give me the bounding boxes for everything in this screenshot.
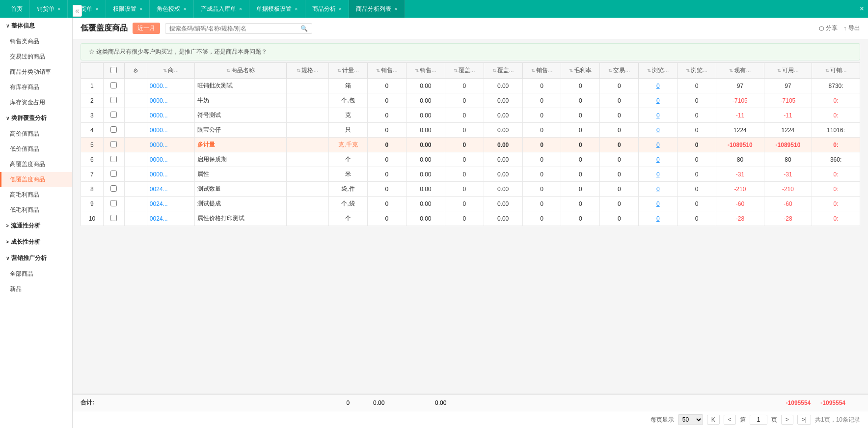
sidebar-section-coverage[interactable]: ∨ 类群覆盖分析 [0,110,72,126]
cell-avail: -60 [764,197,812,211]
row-checkbox[interactable] [110,112,117,118]
col-header-settings[interactable]: ⚙ [124,63,147,79]
next-page-button[interactable]: > [781,415,793,425]
row-checkbox[interactable] [110,82,117,88]
sidebar-item-low-value[interactable]: 低价值商品 [0,142,72,157]
close-icon[interactable]: × [95,6,98,12]
tab-role[interactable]: 角色授权 × [150,0,193,18]
cell-sales-amt: 0.00 [406,123,445,138]
browse-link[interactable]: 0 [656,127,660,134]
sidebar-item-sales-change-rate[interactable]: 商品分类动销率 [0,64,72,80]
close-icon[interactable]: × [339,6,342,12]
row-checkbox[interactable] [110,141,117,147]
search-input[interactable] [169,25,298,32]
row-checkbox[interactable] [110,97,117,103]
row-checkbox[interactable] [110,171,117,177]
cell-cover1: 0 [445,182,484,197]
cell-sales-amt: 0.00 [406,167,445,182]
sidebar-section-marketing[interactable]: ∨ 营销推广分析 [0,250,72,266]
cell-check[interactable] [103,79,124,93]
cell-cur: -60 [716,197,764,211]
prev-page-button[interactable]: < [724,415,736,425]
row-checkbox[interactable] [110,215,117,221]
sidebar-item-new-products[interactable]: 新品 [0,282,72,297]
cell-check[interactable] [103,182,124,197]
tab-template[interactable]: 单据模板设置 × [249,0,305,18]
sidebar-item-all-products[interactable]: 全部商品 [0,266,72,282]
close-icon[interactable]: × [239,6,242,12]
col-header-check[interactable] [103,63,124,79]
cell-check[interactable] [103,108,124,123]
browse-link[interactable]: 0 [656,156,660,163]
share-button[interactable]: ⬡ 分享 [819,24,838,32]
sidebar-item-with-stock[interactable]: 有库存商品 [0,80,72,95]
cell-sellable: 0: [812,93,860,108]
tab-analysis[interactable]: 商品分析 × [305,0,349,18]
browse-link[interactable]: 0 [656,112,660,119]
tab-permissions[interactable]: 权限设置 × [106,0,150,18]
cell-cur: -210 [716,182,764,197]
settings-icon[interactable]: ⚙ [133,67,138,74]
cell-check[interactable] [103,123,124,138]
close-all-button[interactable]: × [860,4,864,13]
close-icon[interactable]: × [295,6,298,12]
tab-product-entry[interactable]: 产成品入库单 × [194,0,249,18]
tab-home[interactable]: 首页 [4,0,30,18]
row-checkbox[interactable] [110,126,117,133]
export-button[interactable]: ↑ 导出 [843,24,860,32]
close-icon[interactable]: × [139,6,142,12]
sidebar-item-high-coverage[interactable]: 高覆盖度商品 [0,157,72,172]
cell-sales2: 0 [522,123,561,138]
content-header: 低覆盖度商品 近一月 🔍 ⬡ 分享 ↑ 导出 [73,18,868,39]
content-area: 低覆盖度商品 近一月 🔍 ⬡ 分享 ↑ 导出 ☆ 这类商品只有很少客户购买过，是… [73,18,868,428]
sidebar-item-traded-products[interactable]: 交易过的商品 [0,49,72,64]
per-page-select[interactable]: 50 10 20 100 [678,414,703,425]
tab-sales[interactable]: 销货单 × [30,0,68,18]
cell-check[interactable] [103,152,124,167]
cell-name: 测试数量 [195,182,287,197]
cell-gross: 0 [561,123,600,138]
sidebar-item-low-coverage[interactable]: 低覆盖度商品 [0,172,72,187]
table-container[interactable]: ⚙ ⇅ 商... ⇅ 商品名称 [73,62,868,394]
browse-link[interactable]: 0 [656,200,660,207]
cell-sellable: 0: [812,211,860,226]
browse-link[interactable]: 0 [656,215,660,222]
first-page-button[interactable]: K [707,415,720,425]
cell-settings [124,123,147,138]
sidebar-item-stock-capital[interactable]: 库存资金占用 [0,95,72,110]
cell-check[interactable] [103,138,124,152]
browse-link[interactable]: 0 [656,142,660,148]
sidebar-item-high-value[interactable]: 高价值商品 [0,126,72,142]
sidebar-section-overall[interactable]: ∨ 整体信息 [0,18,72,34]
close-icon[interactable]: × [57,6,60,12]
select-all-checkbox[interactable] [110,67,117,73]
sidebar-section-flow[interactable]: > 流通性分析 [0,218,72,234]
time-filter-button[interactable]: 近一月 [133,23,160,34]
close-icon[interactable]: × [183,6,186,12]
browse-link[interactable]: 0 [656,186,660,193]
cell-check[interactable] [103,197,124,211]
sidebar-item-high-profit[interactable]: 高毛利商品 [0,187,72,202]
cell-unit: 个,包 [329,93,368,108]
sidebar-item-low-profit[interactable]: 低毛利商品 [0,202,72,218]
table-row: 3 0000... 符号测试 克 0 0.00 0 0.00 0 0 0 0 0… [81,108,860,123]
close-icon[interactable]: × [394,6,397,12]
sidebar-item-sales-products[interactable]: 销售类商品 [0,34,72,49]
browse-link[interactable]: 0 [656,97,660,104]
row-checkbox[interactable] [110,200,117,206]
sidebar-section-growth[interactable]: > 成长性分析 [0,234,72,250]
tab-analysis-list[interactable]: 商品分析列表 × [349,0,405,18]
page-number-input[interactable] [750,415,767,425]
browse-link[interactable]: 0 [656,171,660,178]
cell-check[interactable] [103,93,124,108]
main-container: ∨ 整体信息 销售类商品 交易过的商品 商品分类动销率 有库存商品 库存资金占用… [0,18,868,428]
sidebar-collapse-button[interactable]: « [73,5,82,17]
browse-link[interactable]: 0 [656,83,660,89]
cell-check[interactable] [103,211,124,226]
last-page-button[interactable]: >| [797,415,811,425]
cell-sales-amt: 0.00 [406,79,445,93]
row-checkbox[interactable] [110,156,117,162]
cell-check[interactable] [103,167,124,182]
row-checkbox[interactable] [110,185,117,192]
sort-icon: ⇅ [825,68,829,73]
